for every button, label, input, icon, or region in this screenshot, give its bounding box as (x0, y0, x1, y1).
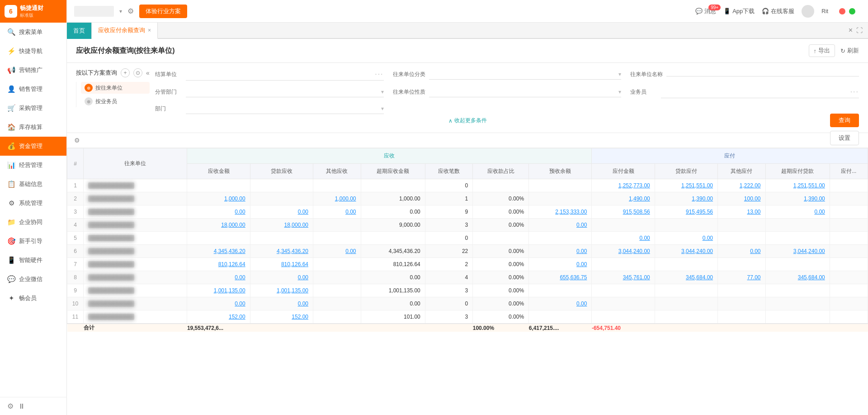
breadcrumb-chevron-icon[interactable]: ▾ (119, 8, 122, 14)
table-cell[interactable] (313, 232, 361, 245)
sidebar-item-search-menu[interactable]: 🔍 搜索菜单 (0, 23, 66, 42)
tab-close-icon[interactable]: × (148, 27, 151, 33)
message-button[interactable]: 💬 消息 99+ (695, 7, 716, 15)
table-cell[interactable] (765, 310, 830, 324)
table-cell[interactable]: 1,252,773.00 (592, 179, 655, 192)
sidebar-item-quick-nav[interactable]: ⚡ 快捷导航 (0, 42, 66, 61)
table-cell[interactable] (765, 297, 830, 310)
table-cell[interactable] (592, 258, 655, 271)
table-cell[interactable] (655, 284, 717, 297)
refresh-button[interactable]: ↻ 刷新 (840, 47, 859, 55)
table-cell[interactable]: 345,761.00 (592, 271, 655, 284)
table-cell[interactable]: 1,490.00 (592, 192, 655, 205)
table-cell[interactable]: 1,000.00 (187, 192, 250, 205)
sidebar-item-enterprise[interactable]: 📁 企业协同 (0, 213, 66, 232)
export-button[interactable]: ↑ 导出 (809, 44, 835, 57)
table-cell[interactable]: 0.00 (187, 297, 250, 310)
sidebar-item-marketing[interactable]: 📢 营销推广 (0, 61, 66, 80)
table-cell[interactable]: 100.00 (718, 192, 766, 205)
table-cell[interactable]: 1,251,551.00 (765, 179, 830, 192)
table-cell[interactable] (187, 179, 250, 192)
sidebar-item-base-info[interactable]: 📋 基础信息 (0, 175, 66, 194)
settings-button[interactable]: 设置 (830, 131, 859, 145)
table-cell[interactable] (313, 297, 361, 310)
table-cell[interactable]: 3,044,240.00 (765, 245, 830, 258)
table-cell[interactable]: 0.00 (529, 245, 592, 258)
table-cell[interactable] (655, 219, 717, 232)
table-cell[interactable]: 0.00 (529, 258, 592, 271)
table-cell[interactable] (765, 232, 830, 245)
table-cell[interactable]: 152.00 (250, 310, 313, 324)
table-cell[interactable] (765, 284, 830, 297)
table-cell[interactable] (655, 310, 717, 324)
table-cell[interactable]: 0.00 (765, 205, 830, 219)
table-cell[interactable] (592, 219, 655, 232)
table-cell[interactable] (250, 232, 313, 245)
sidebar-item-sales[interactable]: 👤 销售管理 (0, 80, 66, 99)
table-cell[interactable] (313, 284, 361, 297)
table-cell[interactable] (718, 219, 766, 232)
table-cell[interactable]: 0.00 (592, 232, 655, 245)
table-cell[interactable] (250, 179, 313, 192)
table-cell[interactable]: 1,000.00 (313, 192, 361, 205)
table-cell[interactable]: 18,000.00 (250, 219, 313, 232)
tab-window-close-icon[interactable]: × (849, 26, 853, 34)
table-cell[interactable] (187, 232, 250, 245)
table-cell[interactable]: 1,251,551.00 (655, 179, 717, 192)
table-cell[interactable] (313, 219, 361, 232)
table-cell[interactable] (765, 258, 830, 271)
table-cell[interactable]: 1,390.00 (655, 192, 717, 205)
table-cell[interactable]: 0.00 (187, 271, 250, 284)
table-cell[interactable]: 152.00 (187, 310, 250, 324)
partner-category-input[interactable]: ▾ (429, 69, 622, 80)
sidebar-item-system[interactable]: ⚙ 系统管理 (0, 194, 66, 213)
sidebar-item-finance[interactable]: 💰 资金管理 (0, 137, 66, 156)
table-cell[interactable] (655, 258, 717, 271)
table-cell[interactable]: 18,000.00 (187, 219, 250, 232)
scheme-by-partner[interactable]: ⊕ 按往来单位 (81, 82, 150, 94)
solution-button[interactable]: 体验行业方案 (139, 5, 187, 18)
salesman-input[interactable]: ··· (661, 86, 859, 98)
table-cell[interactable]: 0.00 (529, 297, 592, 310)
window-maximize-button[interactable] (849, 8, 855, 14)
table-cell[interactable]: 0.00 (187, 205, 250, 219)
table-cell[interactable]: 3,044,240.00 (655, 245, 717, 258)
table-cell[interactable]: 3,044,240.00 (592, 245, 655, 258)
table-cell[interactable] (250, 192, 313, 205)
table-cell[interactable] (313, 258, 361, 271)
window-close-button[interactable] (839, 8, 845, 14)
table-cell[interactable]: 0.00 (718, 245, 766, 258)
table-cell[interactable]: 0.00 (250, 271, 313, 284)
dept-input[interactable]: ▾ (186, 104, 384, 114)
table-cell[interactable]: 1,222.00 (718, 179, 766, 192)
table-cell[interactable]: 915,495.56 (655, 205, 717, 219)
sidebar-item-purchase[interactable]: 🛒 采购管理 (0, 99, 66, 118)
table-cell[interactable] (313, 310, 361, 324)
online-service-button[interactable]: 🎧 在线客服 (762, 7, 794, 15)
table-cell[interactable] (592, 310, 655, 324)
table-cell[interactable]: 810,126.64 (250, 258, 313, 271)
table-cell[interactable]: 1,390.00 (765, 192, 830, 205)
collapse-sidebar-icon[interactable]: ⏸ (18, 402, 25, 410)
scheme-setting-button[interactable]: ⊙ (133, 68, 142, 77)
table-cell[interactable]: 77.00 (718, 271, 766, 284)
table-cell[interactable]: 1,001,135.00 (187, 284, 250, 297)
table-cell[interactable]: 655,636.75 (529, 271, 592, 284)
sidebar-item-smart-hw[interactable]: 📱 智能硬件 (0, 251, 66, 270)
partner-name-input[interactable] (666, 72, 859, 76)
table-cell[interactable]: 1,001,135.00 (250, 284, 313, 297)
table-cell[interactable]: 0.00 (313, 205, 361, 219)
table-cell[interactable]: 4,345,436.20 (187, 245, 250, 258)
table-wrapper[interactable]: # 往来单位 应收 应付 应收金额 贷款应收 其他应收 超期应收金额 应收笔数 … (67, 148, 868, 415)
partner-nature-input[interactable]: ▾ (429, 87, 622, 97)
sidebar-item-member[interactable]: ✦ 畅会员 (0, 289, 66, 308)
table-cell[interactable]: 810,126.64 (187, 258, 250, 271)
table-cell[interactable] (313, 179, 361, 192)
dept-manage-input[interactable]: ▾ (186, 87, 384, 97)
sidebar-item-guide[interactable]: 🎯 新手引导 (0, 232, 66, 251)
collapse-more-button[interactable]: ∧ 收起更多条件 (76, 114, 859, 127)
filter-collapse-icon[interactable]: « (146, 69, 150, 76)
table-cell[interactable] (718, 232, 766, 245)
table-cell[interactable]: 0.00 (250, 297, 313, 310)
sidebar-item-wechat[interactable]: 💬 企业微信 (0, 270, 66, 289)
